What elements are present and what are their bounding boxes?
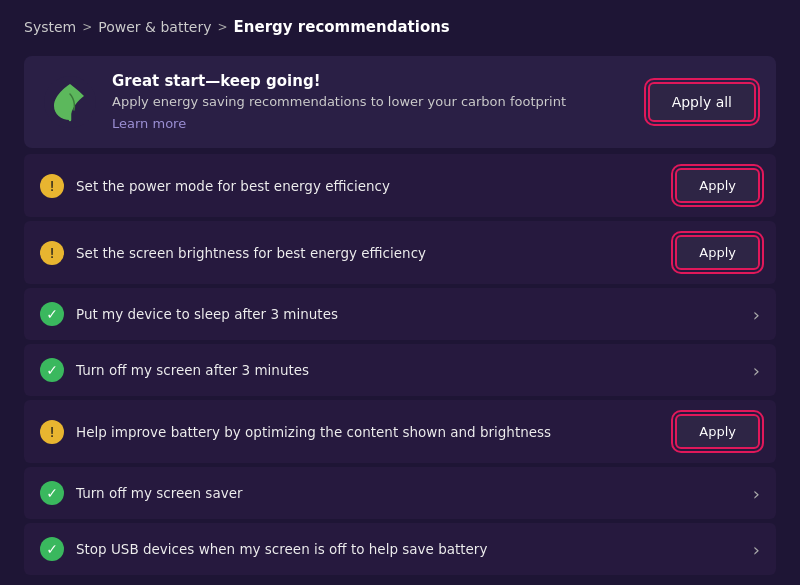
rec-row-6-left: ✓ Turn off my screen saver: [40, 481, 243, 505]
chevron-icon-7: ›: [753, 539, 760, 560]
page-container: System > Power & battery > Energy recomm…: [0, 0, 800, 585]
warning-icon-2: !: [40, 241, 64, 265]
rec-row-4-left: ✓ Turn off my screen after 3 minutes: [40, 358, 309, 382]
rec-row-1-right: Apply: [675, 168, 760, 203]
breadcrumb-sep1: >: [82, 20, 92, 34]
chevron-icon-3: ›: [753, 304, 760, 325]
rec-label-2: Set the screen brightness for best energ…: [76, 245, 426, 261]
apply-button-2[interactable]: Apply: [675, 235, 760, 270]
rec-row-4-right: ›: [753, 360, 760, 381]
header-text: Great start—keep going! Apply energy sav…: [112, 72, 566, 132]
rec-row-2-right: Apply: [675, 235, 760, 270]
rec-row-1: ! Set the power mode for best energy eff…: [24, 154, 776, 217]
warning-icon-1: !: [40, 174, 64, 198]
rec-label-4: Turn off my screen after 3 minutes: [76, 362, 309, 378]
rec-row-3-left: ✓ Put my device to sleep after 3 minutes: [40, 302, 338, 326]
done-icon-6: ✓: [40, 481, 64, 505]
rec-row-7[interactable]: ✓ Stop USB devices when my screen is off…: [24, 523, 776, 575]
rec-label-6: Turn off my screen saver: [76, 485, 243, 501]
rec-row-5-left: ! Help improve battery by optimizing the…: [40, 420, 551, 444]
done-icon-7: ✓: [40, 537, 64, 561]
rec-row-4[interactable]: ✓ Turn off my screen after 3 minutes ›: [24, 344, 776, 396]
rec-row-6-right: ›: [753, 483, 760, 504]
rec-row-6[interactable]: ✓ Turn off my screen saver ›: [24, 467, 776, 519]
breadcrumb-system[interactable]: System: [24, 19, 76, 35]
rec-row-5-right: Apply: [675, 414, 760, 449]
rec-label-5: Help improve battery by optimizing the c…: [76, 424, 551, 440]
rec-row-3-right: ›: [753, 304, 760, 325]
recommendations-list: ! Set the power mode for best energy eff…: [24, 154, 776, 575]
rec-row-7-right: ›: [753, 539, 760, 560]
chevron-icon-6: ›: [753, 483, 760, 504]
warning-icon-5: !: [40, 420, 64, 444]
apply-button-5[interactable]: Apply: [675, 414, 760, 449]
rec-row-7-left: ✓ Stop USB devices when my screen is off…: [40, 537, 487, 561]
rec-row-3[interactable]: ✓ Put my device to sleep after 3 minutes…: [24, 288, 776, 340]
rec-row-2: ! Set the screen brightness for best ene…: [24, 221, 776, 284]
done-icon-3: ✓: [40, 302, 64, 326]
header-card: Great start—keep going! Apply energy sav…: [24, 56, 776, 148]
header-subtitle: Apply energy saving recommendations to l…: [112, 94, 566, 109]
breadcrumb-current: Energy recommendations: [234, 18, 450, 36]
rec-label-3: Put my device to sleep after 3 minutes: [76, 306, 338, 322]
rec-row-5: ! Help improve battery by optimizing the…: [24, 400, 776, 463]
rec-row-2-left: ! Set the screen brightness for best ene…: [40, 241, 426, 265]
rec-label-7: Stop USB devices when my screen is off t…: [76, 541, 487, 557]
learn-more-link[interactable]: Learn more: [112, 116, 186, 131]
breadcrumb: System > Power & battery > Energy recomm…: [24, 18, 776, 36]
breadcrumb-power-battery[interactable]: Power & battery: [98, 19, 211, 35]
header-left: Great start—keep going! Apply energy sav…: [44, 72, 566, 132]
header-title: Great start—keep going!: [112, 72, 566, 90]
apply-all-button[interactable]: Apply all: [648, 82, 756, 122]
leaf-icon: [44, 76, 96, 128]
breadcrumb-sep2: >: [218, 20, 228, 34]
apply-button-1[interactable]: Apply: [675, 168, 760, 203]
rec-label-1: Set the power mode for best energy effic…: [76, 178, 390, 194]
rec-row-1-left: ! Set the power mode for best energy eff…: [40, 174, 390, 198]
chevron-icon-4: ›: [753, 360, 760, 381]
done-icon-4: ✓: [40, 358, 64, 382]
